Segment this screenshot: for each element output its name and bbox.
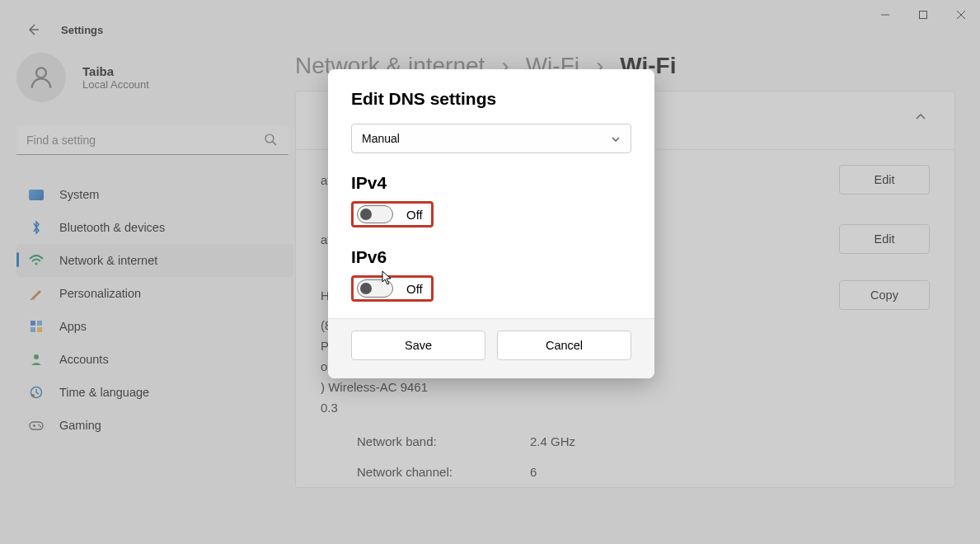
cursor-icon bbox=[382, 270, 393, 288]
ipv4-label: IPv4 bbox=[351, 173, 631, 193]
chevron-down-icon bbox=[611, 132, 621, 145]
dropdown-value: Manual bbox=[362, 132, 400, 145]
ipv4-toggle-state: Off bbox=[406, 208, 423, 222]
ipv6-toggle-state: Off bbox=[406, 282, 423, 296]
edit-dns-dialog: Edit DNS settings Manual IPv4 Off IPv6 O… bbox=[328, 69, 654, 378]
ipv4-toggle-highlight: Off bbox=[351, 201, 434, 227]
ipv6-label: IPv6 bbox=[351, 247, 631, 267]
dns-mode-dropdown[interactable]: Manual bbox=[351, 124, 631, 153]
ipv4-toggle[interactable] bbox=[357, 205, 393, 223]
cancel-button[interactable]: Cancel bbox=[497, 331, 631, 360]
dialog-title: Edit DNS settings bbox=[351, 89, 631, 109]
save-button[interactable]: Save bbox=[351, 331, 485, 360]
